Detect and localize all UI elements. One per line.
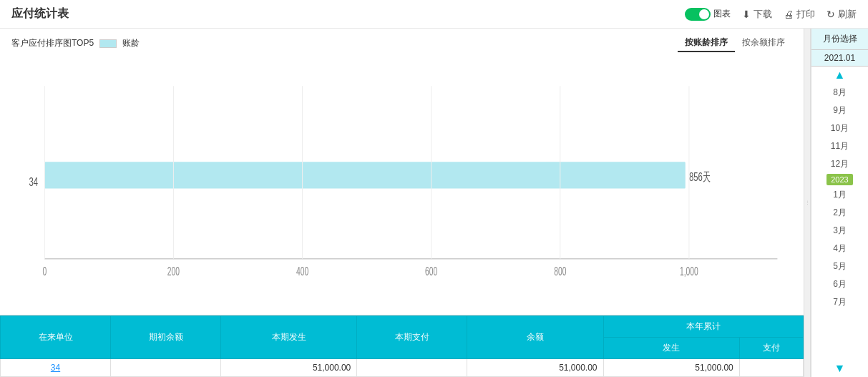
toggle-thumb [699,9,709,19]
ytd-occur-cell: 51,000.00 [603,359,739,377]
main-content: 客户应付排序图TOP5 账龄 按账龄排序 按余额排序 34 856天 [0,29,868,377]
chart-area: 34 856天 0 200 400 600 800 1,000 [0,58,804,315]
th-origin-unit: 在来单位 [1,316,111,359]
svg-text:800: 800 [554,265,566,278]
period-pay-cell [357,359,467,377]
th-ytd-pay: 支付 [739,338,803,359]
table-section: 在来单位 期初余额 本期发生 本期支付 余额 本年累计 发生 支付 [0,315,804,377]
month-item[interactable]: 5月 [826,258,852,275]
resize-divider[interactable]: ··· [804,29,811,377]
header-actions: 图表 ⬇ 下载 🖨 打印 ↻ 刷新 [685,8,857,21]
sidebar-up-arrow[interactable]: ▲ [811,67,868,84]
sidebar-down-arrow[interactable]: ▼ [811,360,868,377]
th-period-balance: 期初余额 [111,316,221,359]
sidebar-months-list: 8月9月10月11月12月20231月2月3月4月5月6月7月 [826,84,852,360]
year-badge[interactable]: 2023 [826,174,852,185]
chart-sort-buttons: 按账龄排序 按余额排序 [678,34,792,52]
refresh-button[interactable]: ↻ 刷新 [826,8,857,21]
print-icon: 🖨 [784,9,794,20]
legend-box [99,39,117,48]
th-period-occur: 本期发生 [221,316,357,359]
chart-toggle-label: 图表 [713,8,731,20]
month-item[interactable]: 9月 [826,102,852,119]
svg-text:600: 600 [425,265,437,278]
sidebar: 月份选择 2021.01 ▲ 8月9月10月11月12月20231月2月3月4月… [811,29,868,377]
svg-text:1,000: 1,000 [680,265,698,278]
svg-rect-1 [44,162,685,188]
chart-header: 客户应付排序图TOP5 账龄 按账龄排序 按余额排序 [0,29,804,58]
period-balance-cell [111,359,221,377]
svg-text:200: 200 [167,265,180,278]
chart-legend: 客户应付排序图TOP5 账龄 [11,37,140,49]
ytd-pay-cell [739,359,803,377]
data-table: 在来单位 期初余额 本期发生 本期支付 余额 本年累计 发生 支付 [0,315,804,377]
table-row: 34 51,000.00 51,000.00 51,000.00 [1,359,804,377]
divider-dots: ··· [804,200,811,205]
page-container: 应付统计表 图表 ⬇ 下载 🖨 打印 ↻ 刷新 [0,0,868,377]
month-item[interactable]: 7月 [826,293,852,311]
sort-by-balance-button[interactable]: 按余额排序 [735,34,792,52]
svg-text:0: 0 [42,265,47,278]
header: 应付统计表 图表 ⬇ 下载 🖨 打印 ↻ 刷新 [0,0,868,29]
th-ytd-occur: 发生 [603,338,739,359]
chart-section: 客户应付排序图TOP5 账龄 按账龄排序 按余额排序 34 856天 [0,29,804,377]
month-item[interactable]: 8月 [826,84,852,102]
download-button[interactable]: ⬇ 下载 [742,8,772,21]
balance-cell: 51,000.00 [467,359,603,377]
refresh-icon: ↻ [826,9,835,20]
page-title: 应付统计表 [11,6,69,21]
month-item[interactable]: 4月 [826,240,852,258]
period-occur-cell: 51,000.00 [221,359,357,377]
print-button[interactable]: 🖨 打印 [784,8,815,21]
bar-chart: 34 856天 0 200 400 600 800 1,000 [11,64,792,309]
sort-by-amount-button[interactable]: 按账龄排序 [678,34,735,52]
th-balance: 余额 [467,316,603,359]
legend-label: 账龄 [122,37,140,49]
month-item[interactable]: 12月 [826,155,852,173]
month-item[interactable]: 2月 [826,204,852,222]
month-item[interactable]: 3月 [826,222,852,240]
sidebar-nav: ▲ 8月9月10月11月12月20231月2月3月4月5月6月7月 ▼ [811,67,868,377]
download-icon: ⬇ [742,9,751,20]
svg-text:400: 400 [296,265,308,278]
month-item[interactable]: 6月 [826,275,852,293]
month-item[interactable]: 11月 [826,137,852,155]
svg-text:34: 34 [29,175,39,189]
th-ytd-group: 本年累计 [603,316,803,338]
chart-toggle[interactable]: 图表 [685,8,731,21]
sidebar-current-date[interactable]: 2021.01 [811,50,868,67]
month-item[interactable]: 1月 [826,186,852,204]
th-period-pay: 本期支付 [357,316,467,359]
sidebar-header: 月份选择 [811,29,868,50]
unit-cell[interactable]: 34 [1,359,111,377]
toggle-track[interactable] [685,8,711,21]
month-item[interactable]: 10月 [826,119,852,137]
legend-title: 客户应付排序图TOP5 [11,37,94,49]
svg-text:856天: 856天 [689,170,711,183]
